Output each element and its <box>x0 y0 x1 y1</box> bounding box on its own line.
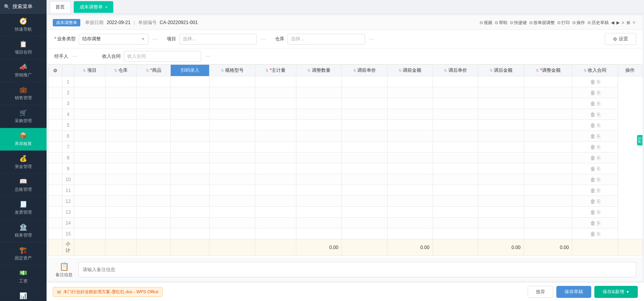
row-cell-14-13[interactable] <box>524 218 572 228</box>
row-cell-9-3[interactable] <box>105 163 137 174</box>
sidebar-item-marketing[interactable]: 📣营销推广 <box>0 59 47 82</box>
row-cell-1-2[interactable] <box>74 76 106 87</box>
row-action-2[interactable]: 🗑⎘ <box>572 87 618 98</box>
row-cell-9-11[interactable] <box>433 163 478 174</box>
row-cell-15-10[interactable] <box>387 228 433 239</box>
row-cell-5-5[interactable] <box>171 120 209 131</box>
row-cell-2-10[interactable] <box>387 87 433 98</box>
row-cell-3-13[interactable] <box>524 98 572 109</box>
row-delete-12[interactable]: 🗑 <box>590 198 596 204</box>
action-help[interactable]: ⊙ 帮助 <box>495 20 507 26</box>
row-cell-7-4[interactable] <box>137 142 171 152</box>
row-cell-1-3[interactable] <box>105 76 137 87</box>
row-cell-9-5[interactable] <box>171 163 209 174</box>
row-cell-10-13[interactable] <box>524 174 572 185</box>
row-cell-15-8[interactable] <box>296 228 341 239</box>
row-cell-12-12[interactable] <box>478 196 524 207</box>
row-cell-14-2[interactable] <box>74 218 106 228</box>
row-cell-6-9[interactable] <box>342 131 387 142</box>
row-delete-7[interactable]: 🗑 <box>590 144 596 150</box>
view-grid[interactable]: ⊞ <box>627 20 630 25</box>
nav-next[interactable]: ▶ <box>616 20 620 25</box>
sidebar-item-payroll[interactable]: 💵工资 <box>0 265 47 288</box>
row-cell-8-5[interactable] <box>171 152 209 163</box>
row-cell-14-7[interactable] <box>255 218 296 228</box>
row-cell-7-8[interactable] <box>296 142 341 152</box>
row-copy-12[interactable]: ⎘ <box>597 198 600 204</box>
row-cell-12-5[interactable] <box>171 196 209 207</box>
row-cell-14-4[interactable] <box>137 218 171 228</box>
row-delete-1[interactable]: 🗑 <box>590 79 596 85</box>
row-cell-5-10[interactable] <box>387 120 433 131</box>
row-cell-15-11[interactable] <box>433 228 478 239</box>
row-cell-3-11[interactable] <box>433 98 478 109</box>
row-cell-9-10[interactable] <box>387 163 433 174</box>
row-copy-3[interactable]: ⎘ <box>597 100 600 107</box>
row-delete-9[interactable]: 🗑 <box>590 166 596 172</box>
row-cell-13-11[interactable] <box>433 207 478 218</box>
row-cell-4-9[interactable] <box>342 109 387 120</box>
tab-close-cost-adjust[interactable]: × <box>105 5 107 9</box>
business-type-input[interactable]: 结存调整 ▼ <box>79 34 149 45</box>
row-copy-10[interactable]: ⎘ <box>597 176 600 183</box>
row-cell-8-13[interactable] <box>524 152 572 163</box>
row-cell-10-8[interactable] <box>296 174 341 185</box>
row-cell-7-13[interactable] <box>524 142 572 152</box>
row-cell-15-5[interactable] <box>171 228 209 239</box>
row-cell-10-4[interactable] <box>137 174 171 185</box>
row-cell-15-7[interactable] <box>255 228 296 239</box>
row-cell-8-9[interactable] <box>342 152 387 163</box>
row-copy-8[interactable]: ⎘ <box>597 155 600 161</box>
row-cell-13-13[interactable] <box>524 207 572 218</box>
row-cell-10-11[interactable] <box>433 174 478 185</box>
row-action-14[interactable]: 🗑⎘ <box>572 218 618 228</box>
row-cell-4-12[interactable] <box>478 109 524 120</box>
row-cell-10-3[interactable] <box>105 174 137 185</box>
row-cell-1-12[interactable] <box>478 76 524 87</box>
row-cell-2-8[interactable] <box>296 87 341 98</box>
row-copy-11[interactable]: ⎘ <box>597 187 600 194</box>
row-action-6[interactable]: 🗑⎘ <box>572 131 618 142</box>
row-cell-14-11[interactable] <box>433 218 478 228</box>
row-cell-3-8[interactable] <box>296 98 341 109</box>
row-action-15[interactable]: 🗑⎘ <box>572 228 618 239</box>
row-cell-11-5[interactable] <box>171 185 209 196</box>
settings-button[interactable]: ⚙ 设置 <box>605 33 636 45</box>
tab-cost-adjust[interactable]: 成本调整单× <box>74 1 113 13</box>
row-copy-14[interactable]: ⎘ <box>597 220 600 226</box>
row-copy-15[interactable]: ⎘ <box>597 231 600 237</box>
row-cell-5-4[interactable] <box>137 120 171 131</box>
row-cell-2-11[interactable] <box>433 87 478 98</box>
income-contract-input[interactable]: 收入合同 <box>124 51 201 62</box>
col-settings[interactable]: ⚙ <box>48 65 62 76</box>
row-action-13[interactable]: 🗑⎘ <box>572 207 618 218</box>
row-cell-2-4[interactable] <box>137 87 171 98</box>
row-cell-3-9[interactable] <box>342 98 387 109</box>
sidebar-item-ledger[interactable]: 📖总账管理 <box>0 174 47 197</box>
row-cell-7-2[interactable] <box>74 142 106 152</box>
row-cell-12-10[interactable] <box>387 196 433 207</box>
sidebar-item-invoice[interactable]: 🧾发票管理 <box>0 197 47 220</box>
row-cell-14-6[interactable] <box>209 218 255 228</box>
action-video[interactable]: ⊙ 视频 <box>480 20 492 26</box>
row-cell-7-9[interactable] <box>342 142 387 152</box>
row-delete-13[interactable]: 🗑 <box>590 209 596 215</box>
row-cell-9-2[interactable] <box>74 163 106 174</box>
row-cell-11-4[interactable] <box>137 185 171 196</box>
row-cell-5-2[interactable] <box>74 120 106 131</box>
row-cell-14-8[interactable] <box>296 218 341 228</box>
row-cell-5-12[interactable] <box>478 120 524 131</box>
row-action-12[interactable]: 🗑⎘ <box>572 196 618 207</box>
green-side-tab[interactable]: Ear <box>637 135 642 146</box>
row-cell-1-6[interactable] <box>209 76 255 87</box>
row-cell-10-10[interactable] <box>387 174 433 185</box>
row-action-3[interactable]: 🗑⎘ <box>572 98 618 109</box>
row-cell-7-11[interactable] <box>433 142 478 152</box>
sidebar-item-operations[interactable]: 📊经营管理 <box>0 288 47 301</box>
row-cell-12-11[interactable] <box>433 196 478 207</box>
row-cell-13-5[interactable] <box>171 207 209 218</box>
sidebar-item-quick-nav[interactable]: 🧭快速导航 <box>0 14 47 36</box>
row-cell-1-4[interactable] <box>137 76 171 87</box>
row-cell-6-3[interactable] <box>105 131 137 142</box>
row-action-4[interactable]: 🗑⎘ <box>572 109 618 120</box>
